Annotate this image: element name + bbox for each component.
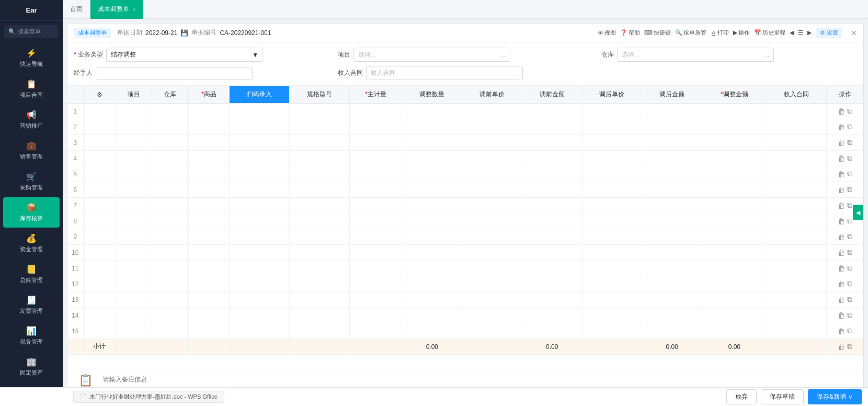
cell-prev-amount[interactable] xyxy=(522,292,582,308)
copy-row-icon[interactable]: ⧉ xyxy=(847,201,852,210)
cell-main-unit[interactable] xyxy=(349,119,402,135)
delete-row-icon[interactable]: 🗑 xyxy=(838,264,845,273)
cell-prev-amount[interactable] xyxy=(522,135,582,151)
cell-adj-amount[interactable] xyxy=(702,276,767,292)
cell-spec-type[interactable] xyxy=(289,323,349,339)
cell-adj-amount[interactable] xyxy=(702,151,767,166)
cell-after-unit-price[interactable] xyxy=(582,276,642,292)
cell-prev-unit-price[interactable] xyxy=(462,323,522,339)
copy-row-icon[interactable]: ⧉ xyxy=(847,107,852,116)
cell-income-contract[interactable] xyxy=(767,308,827,323)
cell-scan-input[interactable] xyxy=(230,151,290,166)
cell-scan-input[interactable] xyxy=(230,213,290,229)
cell-scan-input[interactable] xyxy=(230,166,290,182)
cell-income-contract[interactable] xyxy=(767,229,827,245)
cell-prev-amount[interactable] xyxy=(522,308,582,323)
tab-home[interactable]: 首页 xyxy=(63,0,90,19)
cell-project[interactable] xyxy=(116,308,152,323)
cell-adj-amount[interactable] xyxy=(702,198,767,213)
cell-prev-unit-price[interactable] xyxy=(462,276,522,292)
cell-scan-input[interactable] xyxy=(230,276,290,292)
cell-product[interactable] xyxy=(188,119,229,135)
cell-after-unit-price[interactable] xyxy=(582,261,642,276)
cell-prev-amount[interactable] xyxy=(522,104,582,119)
cell-prev-unit-price[interactable] xyxy=(462,229,522,245)
cell-adj-qty[interactable] xyxy=(402,135,462,151)
close-doc-btn[interactable]: ✕ xyxy=(851,29,857,37)
cell-prev-amount[interactable] xyxy=(522,166,582,182)
cell-warehouse[interactable] xyxy=(152,276,189,292)
cell-after-unit-price[interactable] xyxy=(582,119,642,135)
cell-main-unit[interactable] xyxy=(349,245,402,261)
cell-product[interactable] xyxy=(188,308,229,323)
cell-prev-amount[interactable] xyxy=(522,151,582,166)
cell-warehouse[interactable] xyxy=(152,135,189,151)
cell-prev-unit-price[interactable] xyxy=(462,308,522,323)
sidebar-item-salary[interactable]: 💳 工资 xyxy=(3,382,60,387)
cell-adj-qty[interactable] xyxy=(402,198,462,213)
delete-row-icon[interactable]: 🗑 xyxy=(838,201,845,210)
cell-after-amount[interactable] xyxy=(642,261,702,276)
cell-product[interactable] xyxy=(188,229,229,245)
copy-row-icon[interactable]: ⧉ xyxy=(847,326,852,335)
cell-product[interactable] xyxy=(188,151,229,166)
cell-settings[interactable] xyxy=(83,213,116,229)
cell-after-amount[interactable] xyxy=(642,182,702,198)
delete-row-icon[interactable]: 🗑 xyxy=(838,154,845,163)
cell-product[interactable] xyxy=(188,292,229,308)
cell-settings[interactable] xyxy=(83,323,116,339)
cell-prev-amount[interactable] xyxy=(522,119,582,135)
cell-prev-unit-price[interactable] xyxy=(462,151,522,166)
cell-adj-amount[interactable] xyxy=(702,308,767,323)
cell-adj-qty[interactable] xyxy=(402,245,462,261)
cell-main-unit[interactable] xyxy=(349,261,402,276)
cell-main-unit[interactable] xyxy=(349,135,402,151)
cell-main-unit[interactable] xyxy=(349,182,402,198)
sidebar-item-invoice-mgmt[interactable]: 🧾 发票管理 xyxy=(3,290,60,320)
cell-income-contract[interactable] xyxy=(767,261,827,276)
cell-after-unit-price[interactable] xyxy=(582,104,642,119)
cell-warehouse[interactable] xyxy=(152,213,189,229)
cell-income-contract[interactable] xyxy=(767,104,827,119)
sidebar-item-tax-mgmt[interactable]: 📊 税务管理 xyxy=(3,321,60,351)
cell-settings[interactable] xyxy=(83,104,116,119)
cell-product[interactable] xyxy=(188,135,229,151)
copy-row-icon[interactable]: ⧉ xyxy=(847,138,852,147)
cell-spec-type[interactable] xyxy=(289,308,349,323)
delete-row-icon[interactable]: 🗑 xyxy=(838,296,845,304)
cell-income-contract[interactable] xyxy=(767,182,827,198)
cell-after-amount[interactable] xyxy=(642,166,702,182)
cell-adj-amount[interactable] xyxy=(702,245,767,261)
cell-prev-amount[interactable] xyxy=(522,261,582,276)
cell-project[interactable] xyxy=(116,261,152,276)
cell-spec-type[interactable] xyxy=(289,135,349,151)
sidebar-item-inventory-calc[interactable]: 📦 库存核算 xyxy=(3,197,60,228)
cell-main-unit[interactable] xyxy=(349,229,402,245)
cell-scan-input[interactable] xyxy=(230,245,290,261)
cell-after-amount[interactable] xyxy=(642,135,702,151)
delete-row-icon[interactable]: 🗑 xyxy=(838,249,845,257)
warehouse-input[interactable]: 选择... ... xyxy=(617,48,774,62)
cell-adj-amount[interactable] xyxy=(702,213,767,229)
cell-project[interactable] xyxy=(116,276,152,292)
cell-settings[interactable] xyxy=(83,151,116,166)
delete-row-icon[interactable]: 🗑 xyxy=(838,217,845,225)
cell-income-contract[interactable] xyxy=(767,151,827,166)
cell-adj-amount[interactable] xyxy=(702,104,767,119)
cell-adj-amount[interactable] xyxy=(702,229,767,245)
cell-after-unit-price[interactable] xyxy=(582,229,642,245)
cell-product[interactable] xyxy=(188,323,229,339)
cell-spec-type[interactable] xyxy=(289,292,349,308)
handler-input[interactable]: ... xyxy=(96,67,253,80)
sidebar-item-sales-promotion[interactable]: 📢 营销推广 xyxy=(3,105,60,135)
cell-income-contract[interactable] xyxy=(767,292,827,308)
cell-spec-type[interactable] xyxy=(289,119,349,135)
cell-spec-type[interactable] xyxy=(289,213,349,229)
settings-btn[interactable]: ⚙ 设置 xyxy=(816,28,842,38)
delete-row-icon[interactable]: 🗑 xyxy=(838,327,845,335)
save-draft-button[interactable]: 保存草稿 xyxy=(761,389,804,404)
cell-settings[interactable] xyxy=(83,198,116,213)
cell-adj-qty[interactable] xyxy=(402,229,462,245)
cell-spec-type[interactable] xyxy=(289,229,349,245)
cell-spec-type[interactable] xyxy=(289,166,349,182)
